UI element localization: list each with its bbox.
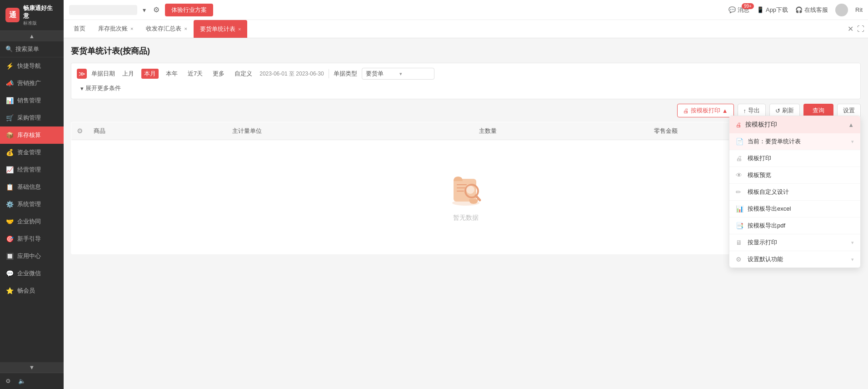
main-area: ▾ ⚙ 体验行业方案 💬 消息 99+ 📱 App下载 🎧 在线客服 Rit 首… [64,0,868,389]
sidebar-item-newbie[interactable]: 🎯 新手引导 [0,230,64,248]
tab-order-stats[interactable]: 要货单统计表 × [194,20,247,38]
message-icon: 💬 [728,6,736,13]
messages-badge: 99+ [742,3,754,9]
tab-inventory-batch-close[interactable]: × [130,26,133,31]
sidebar-item-apps[interactable]: 🔲 应用中心 [0,248,64,265]
tab-order-stats-close[interactable]: × [238,26,241,32]
chevron-up-icon: ▲ [722,107,728,114]
dropdown-template-preview[interactable]: 👁 模板预览 [729,167,860,184]
filter-divider [329,69,329,78]
sales-icon: 📊 [5,96,14,105]
sound-icon[interactable]: 🔈 [18,378,25,384]
sidebar-item-member[interactable]: ⭐ 畅会员 [0,282,64,299]
basic-icon: 📋 [5,183,14,191]
svg-point-3 [466,186,474,194]
sidebar-item-label: 营销推广 [17,79,41,87]
table-gear-button[interactable]: ⚙ [77,127,83,135]
sidebar-item-label: 系统管理 [17,200,41,208]
dropdown-item-label: 模板打印 [748,154,771,162]
sidebar-item-label: 基础信息 [17,183,41,191]
sidebar-item-quick-nav[interactable]: ⚡ 快捷导航 [0,57,64,75]
dropdown-item-label: 按显示打印 [748,238,777,247]
dropdown-template-excel[interactable]: 📊 按模板导出excel [729,201,860,217]
dropdown-item-label: 模板预览 [748,171,771,179]
system-icon: ⚙️ [5,200,14,208]
date-filter-label: 单据日期 [91,70,115,78]
app-version: 标准版 [23,20,58,26]
sidebar-item-sales[interactable]: 📊 销售管理 [0,92,64,109]
tab-receipt-summary[interactable]: 收发存汇总表 × [140,20,193,38]
tab-maximize-button[interactable]: ⛶ [857,25,864,33]
app-download-label: App下载 [766,6,788,14]
tab-close-all-button[interactable]: ✕ [848,25,853,33]
sidebar-item-inventory[interactable]: 📦 库存核算 [0,126,64,144]
sidebar-scroll-down[interactable]: ▼ [0,362,64,373]
dropdown-template-pdf[interactable]: 📑 按模板导出pdf [729,217,860,234]
avatar [835,4,848,16]
display-icon: 🖥 [736,239,744,246]
sidebar-item-system[interactable]: ⚙️ 系统管理 [0,196,64,213]
dropdown-template-print[interactable]: 🖨 模板打印 [729,150,860,167]
sidebar-item-basic[interactable]: 📋 基础信息 [0,178,64,196]
date-range-display: 2023-06-01 至 2023-06-30 [259,70,324,78]
sidebar-scroll-up[interactable]: ▲ [0,31,64,41]
messages-btn[interactable]: 💬 消息 99+ [728,6,749,14]
print-button[interactable]: 🖨 按模板打印 ▲ [677,104,734,117]
col-product: 商品 [88,122,227,140]
sidebar-item-collab[interactable]: 🤝 企业协同 [0,213,64,230]
date-btn-last-7-days[interactable]: 近7天 [185,69,205,79]
refresh-icon: ↺ [775,107,780,114]
sidebar-item-marketing[interactable]: 📣 营销推广 [0,75,64,92]
col-quantity: 主数量 [474,122,648,140]
sidebar-item-operation[interactable]: 📈 经营管理 [0,161,64,178]
printer-icon: 🖨 [683,107,689,114]
filter-toggle-button[interactable]: ≫ [77,69,87,79]
app-download-btn[interactable]: 📱 App下载 [757,6,788,14]
dropdown-header-title: 按模板打印 [745,121,844,129]
customer-service-btn[interactable]: 🎧 在线客服 [795,6,828,14]
app-name: 畅康通好生意 [23,5,58,20]
tab-order-stats-label: 要货单统计表 [200,25,235,33]
date-btn-more[interactable]: 更多 [210,69,227,79]
type-filter-value: 要货单 [366,70,397,78]
tab-receipt-summary-close[interactable]: × [184,26,187,31]
chevron-down-icon: ▾ [399,71,430,77]
sidebar-logo: 通 畅康通好生意 标准版 [0,0,64,31]
dropdown-default-func[interactable]: ⚙ 设置默认功能 ▾ [729,251,860,268]
nav-search-input[interactable] [69,5,137,15]
sidebar-item-purchase[interactable]: 🛒 采购管理 [0,109,64,126]
date-btn-last-month[interactable]: 上月 [120,69,137,79]
sidebar-item-finance[interactable]: 💰 资金管理 [0,144,64,161]
operation-icon: 📈 [5,166,14,174]
dropdown-display-print[interactable]: 🖥 按显示打印 ▾ [729,234,860,251]
col-settings: ⚙ [71,122,89,140]
nav-dropdown-button[interactable]: ▾ [141,5,148,15]
dropdown-template-custom[interactable]: ✏ 模板自定义设计 [729,184,860,201]
dropdown-item-label: 设置默认功能 [748,255,783,263]
date-btn-current-month[interactable]: 本月 [141,69,159,79]
type-filter-select[interactable]: 要货单 ▾ [362,68,434,80]
dropdown-current-template[interactable]: 📄 当前：要货单统计表 ▾ [729,133,860,150]
export-icon: ↑ [743,107,747,114]
topbar-gear-button[interactable]: ⚙ [151,4,161,16]
tab-inventory-batch[interactable]: 库存批次账 × [92,20,140,38]
dropdown-item-label: 按模板导出pdf [748,222,785,230]
chevron-up-icon[interactable]: ▲ [848,121,854,128]
settings-icon[interactable]: ⚙ [5,378,11,384]
date-btn-current-year[interactable]: 本年 [163,69,180,79]
sidebar-item-label: 畅会员 [17,287,35,295]
sidebar-item-label: 新手引导 [17,235,41,243]
dropdown-header: 🖨 按模板打印 ▲ [729,116,860,133]
printer-icon: 🖨 [736,121,742,128]
sidebar-bottom: ⚙ 🔈 [0,373,64,389]
expand-more-button[interactable]: ▾ 展开更多条件 [77,82,855,94]
chevron-down-icon: ▾ [80,85,84,92]
tab-home[interactable]: 首页 [67,20,92,38]
sidebar-search[interactable]: 🔍 搜索菜单 [0,41,64,57]
industry-btn[interactable]: 体验行业方案 [165,4,213,16]
tab-home-label: 首页 [74,25,85,33]
sidebar-item-wechat[interactable]: 💬 企业微信 [0,265,64,282]
date-btn-custom[interactable]: 自定义 [232,69,255,79]
print-icon: 🖨 [736,155,744,162]
chevron-right-icon: ▾ [851,240,854,246]
